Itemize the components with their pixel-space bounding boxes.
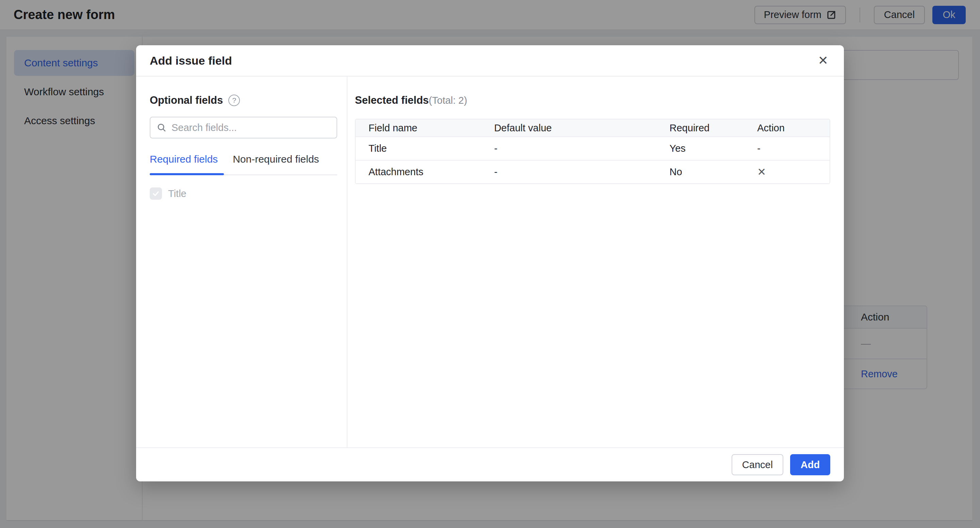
modal-header: Add issue field ✕ [136, 45, 844, 76]
table-row: Attachments - No ✕ [356, 160, 830, 183]
modal-body: Optional fields ? Required fields [136, 76, 844, 447]
add-issue-field-modal: Add issue field ✕ Optional fields ? [136, 45, 844, 481]
active-tab-underline [150, 173, 224, 175]
cell-field-name: Title [356, 143, 481, 154]
modal-title: Add issue field [150, 54, 232, 67]
remove-field-icon[interactable]: ✕ [757, 166, 766, 178]
check-icon [152, 189, 160, 198]
tab-non-required-fields-label: Non-required fields [233, 153, 319, 165]
column-header-required: Required [657, 122, 745, 134]
selected-fields-title: Selected fields [355, 94, 429, 107]
column-header-action: Action [744, 122, 830, 134]
selected-fields-total: (Total: 2) [429, 95, 467, 106]
table-header-row: Field name Default value Required Action [356, 119, 830, 137]
cell-default-value: - [481, 143, 656, 154]
field-option-label: Title [168, 188, 186, 199]
modal-footer: Cancel Add [136, 447, 844, 481]
cell-default-value: - [481, 166, 656, 178]
selected-fields-header: Selected fields (Total: 2) [355, 94, 830, 107]
modal-add-button[interactable]: Add [790, 454, 830, 475]
selected-fields-panel: Selected fields (Total: 2) Field name De… [347, 76, 844, 447]
optional-fields-header: Optional fields ? [150, 94, 337, 107]
table-row: Title - Yes - [356, 137, 830, 160]
search-icon [156, 122, 167, 133]
title-checkbox-checked-disabled[interactable] [150, 188, 162, 200]
cell-field-name: Attachments [356, 166, 481, 178]
field-tabs: Required fields Non-required fields [150, 153, 337, 175]
tab-non-required-fields[interactable]: Non-required fields [233, 153, 319, 175]
column-header-default-value: Default value [481, 122, 656, 134]
cell-action: - [744, 143, 830, 154]
field-option-title: Title [150, 188, 337, 200]
cell-required: No [657, 166, 745, 178]
modal-cancel-button[interactable]: Cancel [732, 454, 783, 475]
tab-required-fields[interactable]: Required fields [150, 153, 218, 175]
tab-required-fields-label: Required fields [150, 153, 218, 165]
page: Create new form Preview form Cancel Ok C… [0, 0, 980, 528]
column-header-field-name: Field name [356, 122, 481, 134]
search-input[interactable] [172, 122, 331, 134]
optional-fields-panel: Optional fields ? Required fields [136, 76, 347, 447]
close-icon[interactable]: ✕ [818, 54, 828, 67]
cell-action: ✕ [744, 166, 830, 178]
search-box [150, 117, 337, 138]
cell-required: Yes [657, 143, 745, 154]
optional-fields-title: Optional fields [150, 94, 223, 107]
selected-fields-table: Field name Default value Required Action… [355, 119, 830, 184]
help-icon[interactable]: ? [228, 95, 240, 106]
